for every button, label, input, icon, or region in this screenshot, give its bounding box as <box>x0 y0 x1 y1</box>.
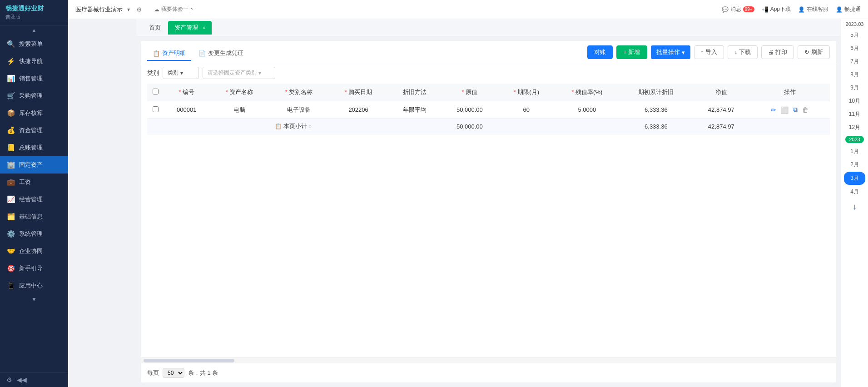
sidebar-item-ledger[interactable]: 📒 总账管理 <box>0 139 68 156</box>
experience-area: ☁ 我要体验一下 <box>154 5 194 13</box>
month-item-4[interactable]: 4月 <box>841 185 868 198</box>
sidebar-item-label: 搜索菜单 <box>19 40 43 48</box>
refresh-button[interactable]: ↻ 刷新 <box>798 45 830 59</box>
panel-year-header: 2023.03 <box>845 20 865 29</box>
month-item-12[interactable]: 12月 <box>841 121 868 134</box>
row-checkbox[interactable] <box>153 106 159 112</box>
sidebar-item-operations[interactable]: 📈 经营管理 <box>0 191 68 208</box>
sidebar-item-search[interactable]: 🔍 搜索菜单 <box>0 35 68 53</box>
system-icon: ⚙️ <box>6 230 15 238</box>
message-badge: 99+ <box>743 6 754 12</box>
edit-button[interactable]: ✏ <box>770 105 777 114</box>
month-item-11[interactable]: 11月 <box>841 108 868 121</box>
subtotal-empty-5 <box>555 119 620 134</box>
table-header-checkbox[interactable] <box>147 84 164 101</box>
sidebar-item-base-info[interactable]: 🗂️ 基础信息 <box>0 208 68 225</box>
messages-label: 消息 <box>730 5 741 13</box>
scrollbar-thumb[interactable] <box>144 359 234 362</box>
search-icon: 🔍 <box>6 40 15 48</box>
sidebar-item-fixed-assets[interactable]: 🏢 固定资产 <box>0 156 68 174</box>
cell-period: 60 <box>498 101 555 119</box>
sidebar-item-guide[interactable]: 🎯 新手引导 <box>0 260 68 277</box>
sidebar-scroll-down[interactable]: ▼ <box>0 294 68 304</box>
main-content: 首页 资产管理 × 📋 资产明细 📄 变更生成凭证 对账 + 新增 批量操作 ▾ <box>136 19 841 387</box>
col-header-original-value: 原值 <box>441 84 498 101</box>
sidebar-item-app-center[interactable]: 📱 应用中心 <box>0 277 68 294</box>
sidebar-item-inventory[interactable]: 📦 库存核算 <box>0 104 68 122</box>
select-all-checkbox[interactable] <box>153 89 159 94</box>
scroll-down-button[interactable]: ▼ <box>31 296 37 303</box>
filter-category-select[interactable]: 类别 ▾ <box>163 67 199 79</box>
sub-tab-asset-detail[interactable]: 📋 资产明细 <box>147 46 191 61</box>
month-item-5[interactable]: 5月 <box>841 29 868 42</box>
month-item-10[interactable]: 10月 <box>841 94 868 108</box>
sidebar-item-payroll[interactable]: 💼 工资 <box>0 174 68 191</box>
filter-category-dropdown[interactable]: 请选择固定资产类别 ▾ <box>203 67 275 79</box>
horizontal-scrollbar[interactable] <box>141 357 836 363</box>
sidebar-scroll-up[interactable]: ▲ <box>0 25 68 35</box>
tab-asset-mgmt[interactable]: 资产管理 × <box>168 21 212 35</box>
download-button[interactable]: ↓ 下载 <box>728 45 758 59</box>
sidebar-item-label: 总账管理 <box>19 144 43 152</box>
sub-tabs: 📋 资产明细 📄 变更生成凭证 对账 + 新增 批量操作 ▾ ↑ 导入 <box>141 41 836 62</box>
print-label: 打印 <box>775 49 787 55</box>
row-checkbox-cell[interactable] <box>147 101 164 119</box>
app-download-label: App下载 <box>770 5 791 13</box>
more-button[interactable]: ⧉ <box>792 105 799 114</box>
sidebar-item-system[interactable]: ⚙️ 系统管理 <box>0 225 68 243</box>
month-item-1[interactable]: 1月 <box>841 145 868 158</box>
month-item-6[interactable]: 6月 <box>841 42 868 55</box>
tab-close-icon[interactable]: × <box>203 25 205 30</box>
app-download-icon: 📲 <box>762 6 769 13</box>
subtotal-empty-2 <box>164 119 210 134</box>
settings-button[interactable]: ⚙ <box>6 376 12 383</box>
batch-ops-label: 批量操作 <box>656 48 680 56</box>
experience-label[interactable]: 我要体验一下 <box>161 5 194 13</box>
online-service-icon: 👤 <box>798 6 805 13</box>
month-item-3-current[interactable]: 3月 <box>844 172 865 185</box>
copy-button[interactable]: ⬜ <box>780 105 789 114</box>
month-item-9[interactable]: 9月 <box>841 81 868 94</box>
scroll-up-button[interactable]: ▲ <box>31 27 37 34</box>
sidebar-item-enterprise[interactable]: 🤝 企业协同 <box>0 243 68 260</box>
refresh-icon: ↻ <box>804 49 809 55</box>
gear-icon[interactable]: ⚙ <box>136 6 142 13</box>
right-panel: ▶ ⤢ 2023.03 5月 6月 7月 8月 9月 10月 11月 12月 2… <box>841 0 868 387</box>
month-item-7[interactable]: 7月 <box>841 55 868 68</box>
sub-tab-change-voucher[interactable]: 📄 变更生成凭证 <box>193 46 249 61</box>
topbar: 医疗器械行业演示 ▾ ⚙ ☁ 我要体验一下 💬 消息 99+ 📲 App下载 👤… <box>68 0 868 19</box>
panel-down-icon[interactable]: ↓ <box>851 200 858 213</box>
reconcile-button[interactable]: 对账 <box>587 45 613 59</box>
sidebar-item-funds[interactable]: 💰 资金管理 <box>0 122 68 139</box>
col-header-actions: 操作 <box>750 84 830 101</box>
sub-tab-asset-detail-label: 资产明细 <box>162 49 186 57</box>
new-button[interactable]: + 新增 <box>616 45 647 59</box>
month-item-2[interactable]: 2月 <box>841 158 868 171</box>
cell-name: 电脑 <box>210 101 269 119</box>
subtotal-icon: 📋 <box>275 123 282 129</box>
per-page-select[interactable]: 50 <box>163 368 184 378</box>
batch-ops-button[interactable]: 批量操作 ▾ <box>651 45 690 59</box>
topbar-right: 💬 消息 99+ 📲 App下载 👤 在线客服 👤 畅捷通 <box>722 5 861 13</box>
sidebar-item-sales[interactable]: 📊 销售管理 <box>0 70 68 87</box>
sidebar-item-purchase[interactable]: 🛒 采购管理 <box>0 87 68 104</box>
refresh-label: 刷新 <box>811 49 823 55</box>
tab-home[interactable]: 首页 <box>144 21 166 35</box>
print-button[interactable]: 🖨 打印 <box>761 45 794 59</box>
cell-depreciation-method: 年限平均 <box>388 101 441 119</box>
sidebar-item-quick-nav[interactable]: ⚡ 快捷导航 <box>0 53 68 70</box>
online-service-item[interactable]: 👤 在线客服 <box>798 5 828 13</box>
month-item-8[interactable]: 8月 <box>841 68 868 81</box>
payroll-icon: 💼 <box>6 178 15 186</box>
cell-original-value: 50,000.00 <box>441 101 498 119</box>
user-item[interactable]: 👤 畅捷通 <box>836 5 861 13</box>
delete-button[interactable]: 🗑 <box>801 105 809 114</box>
messages-item[interactable]: 💬 消息 99+ <box>722 5 754 13</box>
company-dropdown-icon[interactable]: ▾ <box>127 6 130 13</box>
sidebar-bottom: ⚙ ◀◀ <box>0 372 68 387</box>
collapse-button[interactable]: ◀◀ <box>17 376 27 383</box>
cloud-icon: ☁ <box>154 6 159 13</box>
import-button[interactable]: ↑ 导入 <box>694 45 724 59</box>
col-header-net-value: 净值 <box>693 84 750 101</box>
app-download-item[interactable]: 📲 App下载 <box>762 5 791 13</box>
